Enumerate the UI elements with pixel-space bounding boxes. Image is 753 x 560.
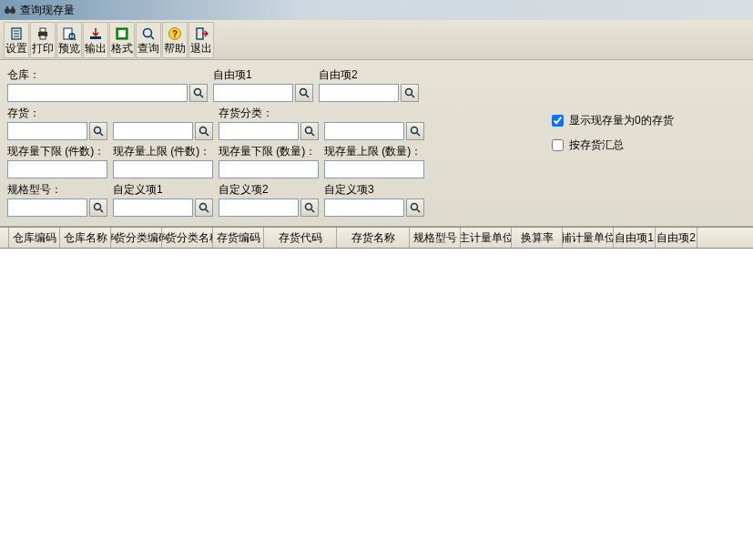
format-label: 格式 <box>111 42 133 55</box>
invcat-lookup-button-2[interactable] <box>406 122 424 140</box>
column-header[interactable]: 存货名称 <box>337 228 410 248</box>
column-label: 存货编码 <box>217 230 260 246</box>
exit-button[interactable]: 退出 <box>188 22 214 58</box>
inventory-lookup-button[interactable] <box>89 122 107 140</box>
preview-button[interactable]: 预览 <box>56 22 82 58</box>
free1-lookup-button[interactable] <box>295 84 313 102</box>
settings-icon <box>9 25 24 42</box>
query-icon <box>141 25 156 42</box>
custom2-lookup-button[interactable] <box>300 199 319 217</box>
column-header[interactable]: 自由项1 <box>614 228 656 248</box>
print-label: 打印 <box>32 42 54 55</box>
free2-input[interactable] <box>319 84 399 102</box>
export-label: 输出 <box>85 42 107 55</box>
custom3-lookup-button[interactable] <box>406 199 424 217</box>
svg-line-20 <box>200 95 203 97</box>
warehouse-lookup-button[interactable] <box>189 84 208 102</box>
group-inv-label: 按存货汇总 <box>569 137 624 153</box>
qty-piece-low-label: 现存量下限 (件数)： <box>7 144 107 158</box>
export-button[interactable]: 输出 <box>83 22 108 58</box>
svg-point-37 <box>306 204 312 210</box>
column-label: 自由项2 <box>656 230 696 246</box>
svg-rect-11 <box>90 36 101 39</box>
column-header[interactable]: 规格型号 <box>410 228 461 248</box>
window-title: 查询现存量 <box>20 3 75 18</box>
column-header[interactable]: 存货分类编码 <box>111 228 162 248</box>
magnify-icon <box>410 202 421 213</box>
svg-text:?: ? <box>172 29 178 39</box>
svg-point-35 <box>200 204 207 210</box>
qty-num-high-input[interactable] <box>324 160 424 178</box>
column-header[interactable]: 换算率 <box>512 228 563 248</box>
show-zero-input[interactable] <box>552 115 564 127</box>
column-label: 换算率 <box>521 230 554 246</box>
invcat-label: 存货分类： <box>219 106 319 120</box>
column-header[interactable]: 存货代码 <box>264 228 337 248</box>
magnify-icon <box>193 87 204 98</box>
svg-line-24 <box>412 95 414 97</box>
column-label: 仓库名称 <box>64 230 107 246</box>
svg-rect-2 <box>6 6 8 10</box>
column-header[interactable]: 自由项2 <box>656 228 697 248</box>
svg-rect-13 <box>118 30 126 37</box>
invcat-input-2[interactable] <box>324 122 404 140</box>
spec-lookup-button[interactable] <box>89 199 107 217</box>
free1-input[interactable] <box>213 84 293 102</box>
spec-input[interactable] <box>7 199 87 217</box>
custom1-lookup-button[interactable] <box>195 199 213 217</box>
warehouse-input[interactable] <box>7 84 188 102</box>
free2-lookup-button[interactable] <box>401 84 419 102</box>
svg-line-15 <box>151 36 155 39</box>
custom2-input[interactable] <box>219 199 299 217</box>
svg-point-14 <box>144 28 152 36</box>
custom3-input[interactable] <box>324 199 404 217</box>
svg-line-40 <box>417 209 420 212</box>
inventory-lookup-button-2[interactable] <box>195 122 213 140</box>
magnify-icon <box>93 126 104 137</box>
magnify-icon <box>304 202 315 213</box>
magnify-icon <box>404 87 415 98</box>
export-icon <box>88 25 103 42</box>
inventory-label: 存货： <box>7 106 107 120</box>
invcat-lookup-button[interactable] <box>300 122 319 140</box>
show-zero-checkbox[interactable]: 显示现存量为0的存货 <box>552 113 674 128</box>
settings-button[interactable]: 设置 <box>4 22 29 58</box>
svg-line-26 <box>100 133 103 136</box>
query-label: 查询 <box>137 42 159 55</box>
custom3-label: 自定义项3 <box>324 182 424 197</box>
column-header[interactable]: 辅计量单位 <box>563 228 614 248</box>
magnify-icon <box>299 87 310 98</box>
svg-point-31 <box>412 127 418 134</box>
custom1-input[interactable] <box>113 199 193 217</box>
help-button[interactable]: ?帮助 <box>162 22 188 58</box>
qty-piece-low-input[interactable] <box>7 160 107 178</box>
inventory-input-2[interactable] <box>113 122 193 140</box>
print-button[interactable]: 打印 <box>30 22 56 58</box>
filter-panel: 仓库： 自由项1 自由项2 <box>0 60 753 227</box>
column-label: 存货分类编码 <box>111 230 162 246</box>
format-button[interactable]: 格式 <box>109 22 135 58</box>
group-inv-input[interactable] <box>552 139 564 151</box>
svg-line-38 <box>311 209 314 212</box>
grid-header: 仓库编码仓库名称存货分类编码存货分类名称存货编码存货代码存货名称规格型号主计量单… <box>0 227 753 249</box>
column-header[interactable]: 仓库编码 <box>9 228 60 248</box>
svg-rect-3 <box>12 6 14 10</box>
column-header[interactable]: 仓库名称 <box>60 228 111 248</box>
qty-piece-high-input[interactable] <box>113 160 213 178</box>
svg-point-23 <box>406 89 412 96</box>
svg-line-32 <box>417 133 420 136</box>
magnify-icon <box>93 202 104 213</box>
invcat-input[interactable] <box>219 122 299 140</box>
qty-num-low-input[interactable] <box>219 160 319 178</box>
column-header[interactable]: 存货分类名称 <box>162 228 213 248</box>
query-button[interactable]: 查询 <box>136 22 161 58</box>
inventory-input[interactable] <box>7 122 87 140</box>
column-header[interactable]: 主计量单位 <box>461 228 512 248</box>
svg-line-30 <box>311 133 314 136</box>
column-header[interactable]: 存货编码 <box>213 228 264 248</box>
help-label: 帮助 <box>164 42 186 55</box>
group-inv-checkbox[interactable]: 按存货汇总 <box>552 137 674 153</box>
option-panel: 显示现存量为0的存货 按存货汇总 <box>443 67 674 153</box>
custom2-label: 自定义项2 <box>219 182 319 197</box>
grid-body[interactable] <box>0 249 753 560</box>
